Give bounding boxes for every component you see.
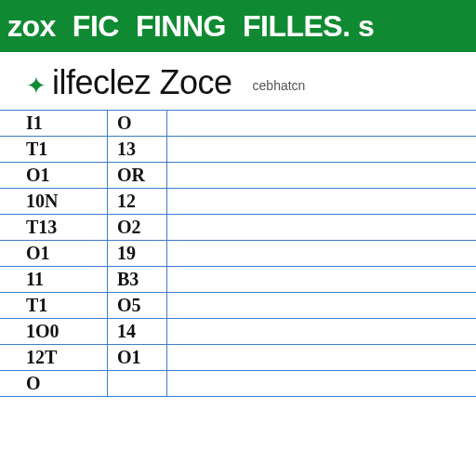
table-row[interactable]: O1 OR — [0, 163, 476, 189]
cell-a[interactable]: I1 — [26, 111, 108, 136]
heading-text: ilfeclez Zoce — [52, 63, 232, 102]
table-row[interactable]: I1 O — [0, 111, 476, 137]
cell-b[interactable]: 19 — [108, 241, 167, 266]
table-row[interactable]: T1 O5 — [0, 293, 476, 319]
table-row[interactable]: O — [0, 371, 476, 397]
titlebar-seg-4: FILLES. s — [243, 9, 374, 44]
cell-b[interactable]: O — [108, 111, 167, 136]
table-row[interactable]: T1 13 — [0, 137, 476, 163]
titlebar-seg-3: FINNG — [136, 9, 226, 44]
cell-b[interactable]: OR — [108, 163, 167, 188]
cell-a[interactable]: T1 — [26, 137, 108, 162]
page-heading: ✦ ilfeclez Zoce cebhatcn — [0, 63, 476, 102]
table-row[interactable]: T13 O2 — [0, 215, 476, 241]
cell-b[interactable]: B3 — [108, 267, 167, 292]
cell-a[interactable]: O — [26, 371, 108, 396]
cell-b[interactable]: 13 — [108, 137, 167, 162]
sparkle-icon: ✦ — [26, 73, 46, 98]
table-row[interactable]: 11 B3 — [0, 267, 476, 293]
cell-b[interactable]: O1 — [108, 345, 167, 370]
cell-a[interactable]: 12T — [26, 345, 108, 370]
cell-a[interactable]: 11 — [26, 267, 108, 292]
titlebar-seg-1: zox — [7, 9, 56, 44]
cell-b[interactable]: O2 — [108, 215, 167, 240]
table-row[interactable]: 10N 12 — [0, 189, 476, 215]
cell-a[interactable]: T13 — [26, 215, 108, 240]
cell-a[interactable]: 1O0 — [26, 319, 108, 344]
cell-b[interactable]: O5 — [108, 293, 167, 318]
table-row[interactable]: O1 19 — [0, 241, 476, 267]
cell-a[interactable]: T1 — [26, 293, 108, 318]
cell-b[interactable]: 12 — [108, 189, 167, 214]
titlebar: zox FIC FINNG FILLES. s — [0, 0, 476, 52]
data-grid: I1 O T1 13 O1 OR 10N 12 T13 O2 O1 19 11 … — [0, 110, 476, 397]
cell-b[interactable] — [108, 371, 167, 396]
cell-a[interactable]: O1 — [26, 241, 108, 266]
heading-subtext: cebhatcn — [253, 78, 306, 93]
cell-a[interactable]: O1 — [26, 163, 108, 188]
cell-a[interactable]: 10N — [26, 189, 108, 214]
titlebar-seg-2: FIC — [73, 9, 119, 44]
table-row[interactable]: 12T O1 — [0, 345, 476, 371]
table-row[interactable]: 1O0 14 — [0, 319, 476, 345]
cell-b[interactable]: 14 — [108, 319, 167, 344]
content-area: ✦ ilfeclez Zoce cebhatcn I1 O T1 13 O1 O… — [0, 52, 476, 397]
